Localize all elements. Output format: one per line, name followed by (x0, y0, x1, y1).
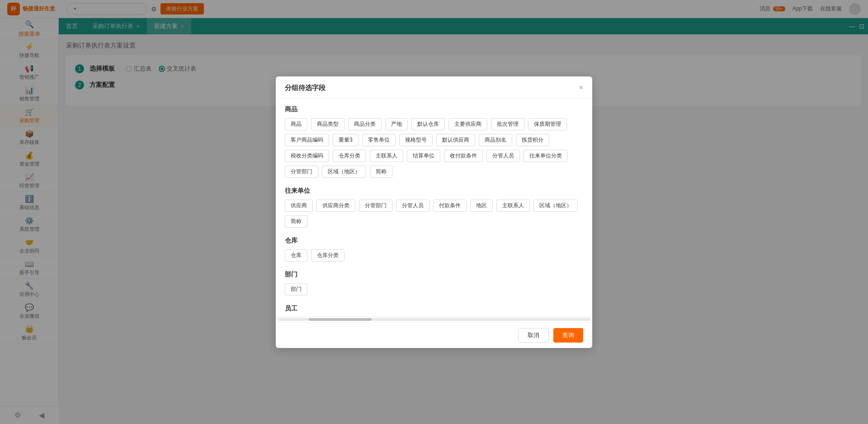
group-warehouse-title: 仓库 (285, 237, 583, 245)
field-tag[interactable]: 拣货积分 (516, 134, 549, 146)
field-tag[interactable]: 供应商分类 (316, 200, 355, 212)
field-tag[interactable]: 地区 (470, 200, 493, 212)
group-department: 部门 部门 (285, 271, 583, 295)
field-tag[interactable]: 默认供应商 (436, 134, 475, 146)
field-tag[interactable]: 商品 (285, 118, 307, 130)
field-tag[interactable]: 仓库 (285, 249, 307, 262)
field-tag[interactable]: 重量3 (333, 134, 359, 146)
field-tag[interactable]: 往来单位分类 (524, 150, 568, 162)
field-tag[interactable]: 零售单位 (362, 134, 396, 146)
group-counterpart: 往来单位 供应商 供应商分类 分管部门 分管人员 付款条件 地区 主联系人 区域… (285, 187, 583, 228)
group-department-title: 部门 (285, 271, 583, 279)
field-tag[interactable]: 仓库分类 (333, 150, 366, 162)
field-tag[interactable]: 主要供应商 (448, 118, 487, 130)
field-tag[interactable]: 分管人员 (486, 150, 520, 162)
hscroll-thumb (309, 318, 371, 321)
field-tag[interactable]: 客户商品编码 (285, 134, 329, 146)
field-tag[interactable]: 收付款条件 (444, 150, 483, 162)
field-tag[interactable]: 主联系人 (370, 150, 403, 162)
field-tag[interactable]: 结算单位 (407, 150, 440, 162)
field-tag[interactable]: 区域（地区） (322, 166, 366, 178)
field-tag[interactable]: 批次管理 (491, 118, 524, 130)
confirm-button[interactable]: 查询 (553, 328, 583, 343)
field-tag[interactable]: 分管部门 (359, 200, 392, 212)
field-tag[interactable]: 默认仓库 (411, 118, 445, 130)
field-tag[interactable]: 商品类型 (311, 118, 344, 130)
field-tag[interactable]: 商品别名 (479, 134, 512, 146)
group-counterpart-fields: 供应商 供应商分类 分管部门 分管人员 付款条件 地区 主联系人 区域（地区） … (285, 200, 583, 228)
field-tag[interactable]: 简称 (285, 215, 307, 228)
field-tag[interactable]: 部门 (285, 283, 307, 295)
dialog-horizontal-scrollbar[interactable] (276, 317, 592, 322)
field-tag[interactable]: 保质期管理 (528, 118, 567, 130)
dialog-body[interactable]: 商品 商品 商品类型 商品分类 产地 默认仓库 主要供应商 批次管理 保质期管理… (276, 98, 592, 317)
group-product: 商品 商品 商品类型 商品分类 产地 默认仓库 主要供应商 批次管理 保质期管理… (285, 105, 583, 178)
field-tag[interactable]: 分管人员 (396, 200, 429, 212)
dialog-footer: 取消 查询 (276, 322, 592, 348)
field-tag[interactable]: 规格型号 (399, 134, 433, 146)
group-warehouse-fields: 仓库 仓库分类 (285, 249, 583, 262)
field-tag[interactable]: 主联系人 (496, 200, 530, 212)
field-tag[interactable]: 付款条件 (433, 200, 467, 212)
field-tag[interactable]: 商品分类 (348, 118, 382, 130)
dialog-title: 分组待选字段 (285, 84, 326, 92)
group-product-title: 商品 (285, 105, 583, 114)
group-product-fields: 商品 商品类型 商品分类 产地 默认仓库 主要供应商 批次管理 保质期管理 客户… (285, 118, 583, 178)
group-counterpart-title: 往来单位 (285, 187, 583, 195)
field-tag[interactable]: 简称 (370, 166, 392, 178)
dialog-overlay: 分组待选字段 × 商品 商品 商品类型 商品分类 产地 默认仓库 主要供应商 批… (0, 0, 868, 424)
group-employee: 员工 业务员 (285, 305, 583, 317)
field-tag[interactable]: 产地 (385, 118, 408, 130)
field-tag[interactable]: 区域（地区） (533, 200, 578, 212)
field-tag[interactable]: 仓库分类 (311, 249, 344, 262)
group-employee-title: 员工 (285, 305, 583, 313)
cancel-button[interactable]: 取消 (518, 328, 549, 343)
group-warehouse: 仓库 仓库 仓库分类 (285, 237, 583, 262)
group-department-fields: 部门 (285, 283, 583, 295)
field-tag[interactable]: 税收分类编码 (285, 150, 329, 162)
dialog-close-button[interactable]: × (579, 84, 583, 92)
hscroll-bar (278, 318, 590, 321)
field-select-dialog: 分组待选字段 × 商品 商品 商品类型 商品分类 产地 默认仓库 主要供应商 批… (276, 76, 592, 348)
field-tag[interactable]: 供应商 (285, 200, 313, 212)
field-tag[interactable]: 分管部门 (285, 166, 318, 178)
dialog-header: 分组待选字段 × (276, 76, 592, 98)
